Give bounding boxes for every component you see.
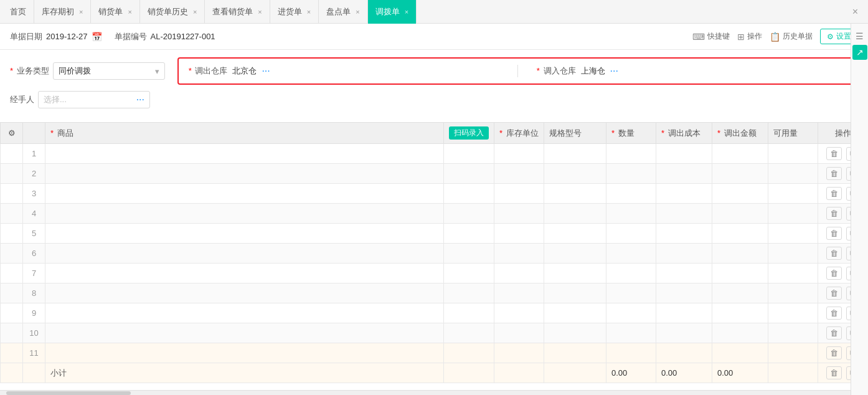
row-available-3[interactable] xyxy=(768,184,818,204)
row-unit-5[interactable] xyxy=(494,224,544,244)
row-qty-10[interactable] xyxy=(606,323,656,343)
row-delete-11[interactable]: 🗑 xyxy=(826,346,842,359)
row-unit-6[interactable] xyxy=(494,244,544,264)
action-menu[interactable]: ⊞ 操作 xyxy=(737,31,762,42)
row-barcode-10[interactable] xyxy=(444,323,494,343)
tab-transfer[interactable]: 调拨单 × xyxy=(368,0,417,24)
row-unit-3[interactable] xyxy=(494,184,544,204)
row-barcode-4[interactable] xyxy=(444,204,494,224)
row-available-2[interactable] xyxy=(768,164,818,184)
row-qty-2[interactable] xyxy=(606,164,656,184)
shortcut-action[interactable]: ⌨ 快捷键 xyxy=(692,31,730,42)
row-spec-7[interactable] xyxy=(544,264,606,283)
row-available-5[interactable] xyxy=(768,224,818,244)
row-product-7[interactable] xyxy=(45,264,444,283)
row-product-6[interactable] xyxy=(45,244,444,264)
row-delete-8[interactable]: 🗑 xyxy=(826,287,842,300)
row-unit-7[interactable] xyxy=(494,264,544,283)
row-cost-5[interactable] xyxy=(656,224,712,244)
tab-purchase-order[interactable]: 进货单 × xyxy=(270,0,319,24)
row-unit-11[interactable] xyxy=(494,343,544,363)
row-delete-6[interactable]: 🗑 xyxy=(826,247,842,260)
row-available-1[interactable] xyxy=(768,144,818,164)
row-product-11[interactable] xyxy=(45,343,444,363)
handler-ellipsis[interactable]: ··· xyxy=(136,95,144,105)
row-product-4[interactable] xyxy=(45,204,444,224)
row-available-9[interactable] xyxy=(768,303,818,323)
row-unit-10[interactable] xyxy=(494,323,544,343)
row-barcode-5[interactable] xyxy=(444,224,494,244)
row-cost-7[interactable] xyxy=(656,264,712,283)
tab-stocktake[interactable]: 盘点单 × xyxy=(319,0,367,24)
row-product-9[interactable] xyxy=(45,303,444,323)
row-spec-10[interactable] xyxy=(544,323,606,343)
row-delete-9[interactable]: 🗑 xyxy=(826,307,842,320)
row-qty-3[interactable] xyxy=(606,184,656,204)
sidebar-list-button[interactable]: ☰ xyxy=(852,29,867,44)
row-barcode-2[interactable] xyxy=(444,164,494,184)
row-product-5[interactable] xyxy=(45,224,444,244)
row-barcode-6[interactable] xyxy=(444,244,494,264)
row-barcode-11[interactable] xyxy=(444,343,494,363)
row-unit-4[interactable] xyxy=(494,204,544,224)
row-barcode-8[interactable] xyxy=(444,283,494,303)
scroll-thumb[interactable] xyxy=(6,391,131,395)
row-amount-10[interactable] xyxy=(712,323,768,343)
gear-icon[interactable]: ⚙ xyxy=(8,128,16,138)
row-amount-5[interactable] xyxy=(712,224,768,244)
row-spec-11[interactable] xyxy=(544,343,606,363)
row-spec-8[interactable] xyxy=(544,283,606,303)
row-available-4[interactable] xyxy=(768,204,818,224)
horizontal-scrollbar[interactable] xyxy=(0,390,868,395)
row-unit-9[interactable] xyxy=(494,303,544,323)
window-close-button[interactable]: × xyxy=(845,6,866,17)
row-cost-11[interactable] xyxy=(656,343,712,363)
row-amount-3[interactable] xyxy=(712,184,768,204)
row-product-2[interactable] xyxy=(45,164,444,184)
row-delete-3[interactable]: 🗑 xyxy=(826,187,842,200)
row-barcode-1[interactable] xyxy=(444,144,494,164)
row-cost-3[interactable] xyxy=(656,184,712,204)
row-amount-4[interactable] xyxy=(712,204,768,224)
row-product-1[interactable] xyxy=(45,144,444,164)
row-cost-6[interactable] xyxy=(656,244,712,264)
row-barcode-7[interactable] xyxy=(444,264,494,283)
row-amount-1[interactable] xyxy=(712,144,768,164)
row-barcode-9[interactable] xyxy=(444,303,494,323)
row-amount-9[interactable] xyxy=(712,303,768,323)
row-available-7[interactable] xyxy=(768,264,818,283)
row-qty-4[interactable] xyxy=(606,204,656,224)
calendar-icon[interactable]: 📅 xyxy=(92,32,102,42)
row-spec-9[interactable] xyxy=(544,303,606,323)
row-qty-5[interactable] xyxy=(606,224,656,244)
row-delete-7[interactable]: 🗑 xyxy=(826,267,842,280)
subtotal-delete[interactable]: 🗑 xyxy=(826,366,842,379)
row-spec-1[interactable] xyxy=(544,144,606,164)
tab-view-sales[interactable]: 查看销货单 × xyxy=(205,0,270,24)
row-delete-4[interactable]: 🗑 xyxy=(826,207,842,220)
tab-sales-order[interactable]: 销货单 × xyxy=(91,0,139,24)
row-barcode-3[interactable] xyxy=(444,184,494,204)
row-spec-6[interactable] xyxy=(544,244,606,264)
tab-purchase-order-close[interactable]: × xyxy=(307,8,311,16)
row-qty-1[interactable] xyxy=(606,144,656,164)
row-available-11[interactable] xyxy=(768,343,818,363)
row-unit-2[interactable] xyxy=(494,164,544,184)
source-warehouse-ellipsis[interactable]: ··· xyxy=(262,66,270,76)
tab-home[interactable]: 首页 xyxy=(2,0,34,24)
row-amount-7[interactable] xyxy=(712,264,768,283)
row-cost-2[interactable] xyxy=(656,164,712,184)
row-spec-2[interactable] xyxy=(544,164,606,184)
row-cost-9[interactable] xyxy=(656,303,712,323)
row-spec-5[interactable] xyxy=(544,224,606,244)
row-product-10[interactable] xyxy=(45,323,444,343)
row-unit-8[interactable] xyxy=(494,283,544,303)
row-qty-7[interactable] xyxy=(606,264,656,283)
business-type-select[interactable]: 同价调拨 ▾ xyxy=(53,62,165,80)
tab-inventory-init-close[interactable]: × xyxy=(79,8,83,16)
row-spec-3[interactable] xyxy=(544,184,606,204)
tab-view-sales-close[interactable]: × xyxy=(258,8,262,16)
row-delete-10[interactable]: 🗑 xyxy=(826,326,842,340)
row-amount-2[interactable] xyxy=(712,164,768,184)
row-cost-1[interactable] xyxy=(656,144,712,164)
